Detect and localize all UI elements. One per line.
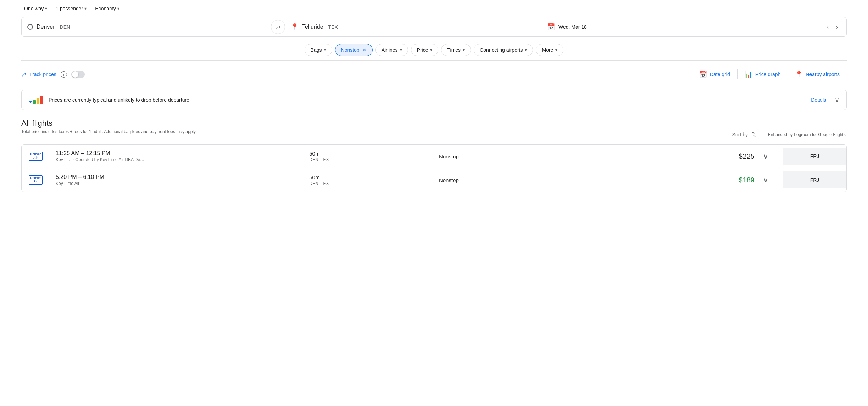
passengers-dropdown[interactable]: 1 passenger ▾ <box>53 4 89 13</box>
flights-section: All flights Total price includes taxes +… <box>0 113 868 198</box>
legroom-text: Enhanced by Legroom for Google Flights. <box>768 132 847 137</box>
trip-type-chevron: ▾ <box>45 6 47 11</box>
track-right-section: 📅 Date grid 📊 Price graph 📍 Nearby airpo… <box>692 68 847 81</box>
date-field[interactable]: 📅 Wed, Mar 18 ‹ › <box>541 17 846 36</box>
price-chevron-icon: ▾ <box>430 47 432 52</box>
calendar-icon: 📅 <box>547 23 555 31</box>
airlines-filter[interactable]: Airlines ▾ <box>375 44 408 56</box>
times-chevron-icon: ▾ <box>463 47 465 52</box>
price-graph-label: Price graph <box>755 72 781 77</box>
swap-icon: ⇄ <box>276 24 280 30</box>
more-chevron-icon: ▾ <box>555 47 557 52</box>
airlines-chevron-icon: ▾ <box>400 47 402 52</box>
nonstop-filter[interactable]: Nonstop ✕ <box>335 44 373 56</box>
flight-row[interactable]: DenverAir 5:20 PM – 6:10 PM Key Lime Air… <box>22 168 846 192</box>
flight-2-price-col: $189 <box>630 176 755 184</box>
price-arrow-icon <box>29 101 32 103</box>
filter-bar: Bags ▾ Nonstop ✕ Airlines ▾ Price ▾ Time… <box>0 41 868 59</box>
track-bar: ↗ Track prices i 📅 Date grid 📊 Price gra… <box>0 62 868 87</box>
sort-icon: ⇅ <box>751 131 757 139</box>
price-notice-text: Prices are currently typical and unlikel… <box>49 97 805 103</box>
flight-1-time-col: 11:25 AM – 12:15 PM Key Li… · Operated b… <box>56 150 304 162</box>
bar-low <box>33 100 36 104</box>
nearby-airports-label: Nearby airports <box>806 72 840 77</box>
nearby-airports-icon: 📍 <box>795 71 803 78</box>
sort-button[interactable]: ⇅ <box>751 131 757 139</box>
passengers-chevron: ▾ <box>84 6 87 11</box>
nonstop-close-icon[interactable]: ✕ <box>362 47 367 53</box>
flight-row[interactable]: DenverAir 11:25 AM – 12:15 PM Key Li… · … <box>22 145 846 168</box>
sort-label: Sort by: <box>732 132 749 137</box>
trip-type-dropdown[interactable]: One way ▾ <box>21 4 50 13</box>
price-filter-label: Price <box>417 47 428 53</box>
flight-1-frj-badge: FRJ <box>783 148 846 165</box>
track-prices-label: Track prices <box>29 72 56 77</box>
destination-code: TEX <box>328 24 338 30</box>
bar-high <box>40 96 43 104</box>
flights-title: All flights <box>21 119 847 128</box>
prev-date-button[interactable]: ‹ <box>824 22 831 32</box>
flight-1-price-col: $225 <box>630 152 755 160</box>
date-grid-label: Date grid <box>710 72 730 77</box>
destination-pin-icon: 📍 <box>291 23 299 31</box>
airline-logo-1: DenverAir <box>29 152 50 161</box>
price-notice: Prices are currently typical and unlikel… <box>21 90 847 110</box>
bags-chevron-icon: ▾ <box>324 47 326 52</box>
passengers-label: 1 passenger <box>56 6 83 11</box>
date-label: Wed, Mar 18 <box>558 24 587 30</box>
flight-2-expand-button[interactable]: ∨ <box>760 174 771 186</box>
toggle-knob <box>72 71 78 78</box>
cabin-dropdown[interactable]: Economy ▾ <box>92 4 122 13</box>
bags-filter[interactable]: Bags ▾ <box>305 44 332 56</box>
next-date-button[interactable]: › <box>833 22 841 32</box>
flight-2-frj-badge: FRJ <box>783 171 846 188</box>
price-indicator-icon <box>29 96 43 104</box>
flight-1-duration-col: 50m DEN–TEX <box>309 151 433 162</box>
top-bar: One way ▾ 1 passenger ▾ Economy ▾ <box>0 0 868 16</box>
price-notice-expand-icon[interactable]: ∨ <box>835 96 839 104</box>
origin-code: DEN <box>60 24 71 30</box>
divider <box>21 60 847 61</box>
origin-city: Denver <box>37 24 55 30</box>
price-graph-icon: 📊 <box>745 71 752 78</box>
flight-list: DenverAir 11:25 AM – 12:15 PM Key Li… · … <box>21 144 847 192</box>
connecting-airports-filter[interactable]: Connecting airports ▾ <box>474 44 533 56</box>
date-grid-icon: 📅 <box>699 71 707 78</box>
destination-city: Telluride <box>302 24 323 30</box>
cabin-chevron: ▾ <box>117 6 119 11</box>
search-bar: Denver DEN ⇄ 📍 Telluride TEX 📅 Wed, Mar … <box>21 17 847 37</box>
price-filter[interactable]: Price ▾ <box>411 44 439 56</box>
airline-logo-2: DenverAir <box>29 175 50 185</box>
date-nav: ‹ › <box>824 22 841 32</box>
flight-2-stops-col: Nonstop <box>439 177 625 183</box>
connecting-filter-label: Connecting airports <box>480 47 523 53</box>
track-prices-button[interactable]: ↗ Track prices <box>21 71 56 78</box>
trip-type-label: One way <box>24 6 44 11</box>
swap-button[interactable]: ⇄ <box>271 20 285 34</box>
price-details-link[interactable]: Details <box>811 97 826 103</box>
bags-filter-label: Bags <box>311 47 322 53</box>
cabin-label: Economy <box>95 6 116 11</box>
nearby-airports-button[interactable]: 📍 Nearby airports <box>788 68 847 81</box>
track-prices-toggle[interactable] <box>71 71 85 78</box>
more-filter[interactable]: More ▾ <box>536 44 563 56</box>
price-graph-button[interactable]: 📊 Price graph <box>738 68 788 81</box>
nonstop-filter-label: Nonstop <box>341 47 360 53</box>
connecting-chevron-icon: ▾ <box>525 47 527 52</box>
more-filter-label: More <box>542 47 553 53</box>
origin-field[interactable]: Denver DEN <box>22 17 278 36</box>
bar-med <box>37 98 39 104</box>
flights-subtitle: Total price includes taxes + fees for 1 … <box>21 129 196 134</box>
trend-icon: ↗ <box>21 71 27 78</box>
times-filter-label: Times <box>447 47 461 53</box>
date-grid-button[interactable]: 📅 Date grid <box>692 68 737 81</box>
flight-2-time-col: 5:20 PM – 6:10 PM Key Lime Air <box>56 174 304 186</box>
airlines-filter-label: Airlines <box>382 47 398 53</box>
flight-2-duration-col: 50m DEN–TEX <box>309 174 433 186</box>
track-prices-info-icon[interactable]: i <box>61 71 67 78</box>
flight-1-expand-button[interactable]: ∨ <box>760 151 771 162</box>
destination-field[interactable]: 📍 Telluride TEX <box>278 17 541 36</box>
flight-1-stops-col: Nonstop <box>439 153 625 159</box>
times-filter[interactable]: Times ▾ <box>441 44 471 56</box>
origin-icon <box>27 24 33 30</box>
